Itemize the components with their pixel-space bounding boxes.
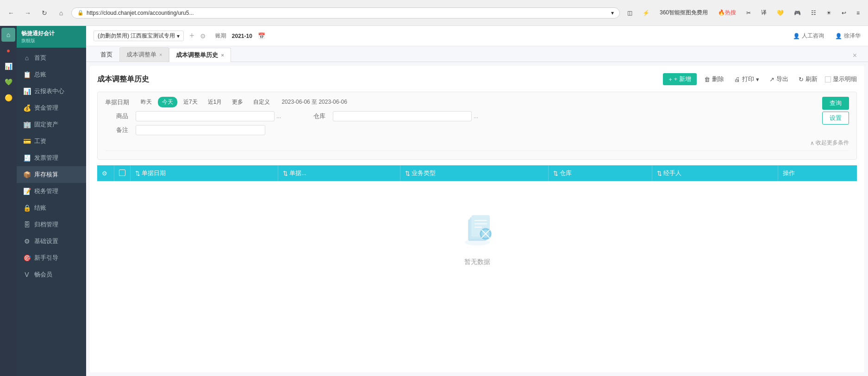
th-warehouse-sortable[interactable]: ⇅ 仓库	[553, 169, 647, 177]
th-date-sortable[interactable]: ⇅ 单据日期	[135, 169, 274, 177]
icon-bar-item-home[interactable]: ⌂	[1, 28, 15, 42]
print-button[interactable]: 🖨 打印 ▾	[731, 74, 762, 85]
th-date[interactable]: ⇅ 单据日期	[130, 165, 278, 181]
add-button[interactable]: + + 新增	[663, 73, 697, 85]
address-bar[interactable]: 🔒 https://cloud.chanjet.com/accounting/u…	[71, 7, 620, 19]
url-text: https://cloud.chanjet.com/accounting/uru…	[87, 10, 608, 16]
th-handler-sortable[interactable]: ⇅ 经手人	[657, 169, 773, 177]
calendar-icon[interactable]: 📅	[258, 32, 265, 39]
service-button[interactable]: 👤 人工咨询	[793, 32, 824, 40]
tab-cost-adjust[interactable]: 成本调整单 ×	[119, 47, 169, 62]
product-dots-icon[interactable]: ...	[276, 113, 281, 119]
period-label: 账期	[215, 32, 226, 40]
delete-label: 删除	[712, 75, 724, 83]
add-period-btn[interactable]: +	[189, 31, 194, 41]
th-type[interactable]: ⇅ 业务类型	[400, 165, 549, 181]
warehouse-dots-icon[interactable]: ...	[474, 113, 478, 119]
sidebar-item-salary[interactable]: 💳 工资	[17, 133, 86, 150]
company-selector[interactable]: (勿删勿禁用) 江西服宝测试专用 ▾	[94, 31, 184, 41]
lightning-button[interactable]: ⚡	[639, 8, 653, 18]
hot-search[interactable]: 🔥热搜	[714, 7, 740, 18]
undo-btn[interactable]: ↩	[838, 8, 850, 18]
export-button[interactable]: ↗ 导出	[767, 74, 791, 85]
filter-remark-input[interactable]	[136, 125, 265, 135]
query-button[interactable]: 查询	[822, 97, 849, 110]
extensions-button[interactable]: ◫	[624, 8, 636, 18]
sidebar-item-home[interactable]: ⌂ 首页	[17, 50, 86, 66]
wallet-btn[interactable]: 💛	[773, 8, 787, 18]
page-actions: + + 新增 🗑 删除 🖨 打印 ▾ ↗ 导出	[663, 73, 857, 85]
icon-bar-item-3[interactable]: 📊	[1, 59, 15, 73]
search-360[interactable]: 360智能抠图免费用	[656, 7, 712, 18]
scissor-btn[interactable]: ✂	[743, 8, 755, 18]
date-btn-more[interactable]: 更多	[228, 97, 247, 107]
delete-button[interactable]: 🗑 删除	[701, 74, 727, 85]
tab-cost-adjust-close-icon[interactable]: ×	[159, 52, 162, 57]
filter-product-input[interactable]	[136, 111, 275, 121]
date-btn-today[interactable]: 今天	[158, 97, 177, 107]
settings-period-icon[interactable]: ⚙	[200, 32, 206, 40]
translate-btn[interactable]: 译	[757, 7, 770, 18]
empty-state: 暂无数据	[97, 181, 857, 294]
th-settings[interactable]: ⚙	[97, 165, 114, 181]
sidebar-item-base-settings[interactable]: ⚙ 基础设置	[17, 233, 86, 250]
collapse-button[interactable]: ∧ 收起更多条件	[810, 139, 849, 147]
th-check[interactable]	[114, 165, 130, 181]
app-wrapper: ⌂ ● 📊 💚 🟡 畅捷通好会计 旗舰版 ⌂ 首页 📋 总账 📊 云报表中心	[0, 26, 868, 376]
filter-settings-button[interactable]: 设置	[822, 112, 849, 125]
menu-btn[interactable]: ≡	[853, 8, 863, 18]
check-all-icon[interactable]	[119, 169, 125, 176]
date-btn-1month[interactable]: 近1月	[204, 97, 226, 107]
refresh-button[interactable]: ↻ 刷新	[796, 74, 820, 85]
back-button[interactable]: ←	[5, 6, 18, 19]
display-toggle[interactable]: 显示明细	[825, 75, 857, 83]
top-bar: (勿删勿禁用) 江西服宝测试专用 ▾ + ⚙ 账期 2021-10 📅 👤 人工…	[86, 26, 868, 46]
sidebar-item-label-funds: 资金管理	[34, 104, 58, 112]
sidebar-item-funds[interactable]: 💰 资金管理	[17, 100, 86, 116]
sidebar-item-closing[interactable]: 🔒 结账	[17, 200, 86, 216]
sidebar-item-label-archive: 归档管理	[34, 220, 58, 229]
sidebar-item-tax[interactable]: 📝 税务管理	[17, 183, 86, 200]
th-warehouse[interactable]: ⇅ 仓库	[548, 165, 652, 181]
tab-cost-adjust-history[interactable]: 成本调整单历史 ×	[169, 48, 231, 62]
date-btn-custom[interactable]: 自定义	[249, 97, 274, 107]
sidebar-item-fixed-assets[interactable]: 🏢 固定资产	[17, 116, 86, 133]
sidebar-item-label-reports: 云报表中心	[34, 87, 64, 95]
export-label: 导出	[776, 75, 788, 83]
sidebar-item-vip[interactable]: V 畅会员	[17, 266, 86, 283]
icon-bar-item-2[interactable]: ●	[1, 44, 15, 57]
filter-date-btns: 昨天 今天 近7天 近1月 更多 自定义	[137, 97, 274, 107]
date-btn-yesterday[interactable]: 昨天	[137, 97, 156, 107]
display-checkbox[interactable]	[825, 76, 831, 82]
sidebar-item-inventory[interactable]: 📦 库存核算	[17, 166, 86, 183]
theme-btn[interactable]: ☀	[823, 8, 835, 18]
sidebar-item-guide[interactable]: 🎯 新手引导	[17, 250, 86, 266]
sidebar-item-reports[interactable]: 📊 云报表中心	[17, 83, 86, 100]
user-menu[interactable]: 👤 徐泽华	[835, 32, 861, 40]
forward-button[interactable]: →	[21, 6, 34, 19]
filter-warehouse-input[interactable]	[333, 111, 472, 121]
th-date-label: 单据日期	[142, 169, 166, 177]
add-label: + 新增	[674, 75, 691, 83]
refresh-button[interactable]: ↻	[38, 6, 51, 19]
th-handler[interactable]: ⇅ 经手人	[652, 165, 778, 181]
sidebar-item-ledger[interactable]: 📋 总账	[17, 66, 86, 83]
th-handler-sort-icon: ⇅	[657, 170, 662, 177]
tab-cost-adjust-history-close-icon[interactable]: ×	[221, 52, 224, 58]
th-type-sortable[interactable]: ⇅ 业务类型	[405, 169, 543, 177]
icon-bar-item-5[interactable]: 🟡	[1, 91, 15, 105]
filter-row-date: 单据日期 昨天 今天 近7天 近1月 更多 自定义 2023-06-06 至 2…	[105, 97, 815, 107]
empty-state-row: 暂无数据	[97, 181, 857, 294]
window-close-btn[interactable]: ×	[849, 50, 861, 62]
sidebar-item-invoice[interactable]: 🧾 发票管理	[17, 150, 86, 166]
sidebar-item-archive[interactable]: 🗄 归档管理	[17, 216, 86, 233]
sidebar-item-label-tax: 税务管理	[34, 187, 58, 195]
grid-btn[interactable]: ☷	[807, 8, 820, 18]
icon-bar-item-4[interactable]: 💚	[1, 75, 15, 89]
game-btn[interactable]: 🎮	[790, 8, 805, 18]
date-btn-7days[interactable]: 近7天	[179, 97, 202, 107]
th-number-sortable[interactable]: ⇅ 单据...	[283, 169, 395, 177]
th-number[interactable]: ⇅ 单据...	[278, 165, 400, 181]
tab-home[interactable]: 首页	[94, 47, 119, 62]
home-button[interactable]: ⌂	[55, 6, 68, 19]
